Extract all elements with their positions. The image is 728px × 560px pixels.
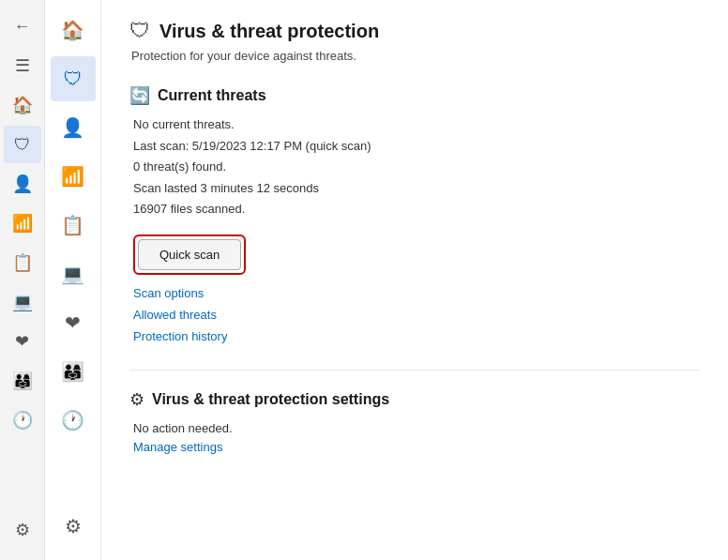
protection-history-link[interactable]: Protection history	[133, 329, 700, 343]
virus-settings-title: Virus & threat protection settings	[152, 391, 389, 408]
sidebar-item-firewall[interactable]: 📶	[51, 154, 96, 199]
last-scan-text: Last scan: 5/19/2023 12:17 PM (quick sca…	[133, 137, 700, 156]
page-header-icon: 🛡	[129, 19, 150, 43]
sidebar-settings-icon[interactable]: ⚙	[51, 504, 96, 549]
virus-settings-section: ⚙ Virus & threat protection settings No …	[129, 389, 700, 455]
app-health-icon[interactable]: ❤	[4, 323, 41, 360]
app-back-button[interactable]: ←	[4, 8, 41, 45]
page-subtitle: Protection for your device against threa…	[129, 49, 700, 63]
sidebar-item-account[interactable]: 👤	[51, 105, 96, 150]
files-scanned-text: 16907 files scanned.	[133, 200, 700, 219]
current-threats-section: 🔄 Current threats No current threats. La…	[129, 85, 700, 343]
app-menu-button[interactable]: ☰	[4, 47, 41, 84]
sidebar-item-family[interactable]: 👨‍👩‍👧	[51, 349, 96, 394]
sidebar-item-history[interactable]: 🕐	[51, 398, 96, 443]
virus-settings-body: No action needed. Manage settings	[129, 419, 700, 455]
sidebar-item-health[interactable]: ❤	[51, 300, 96, 345]
no-threats-text: No current threats.	[133, 115, 700, 134]
quick-scan-highlight: Quick scan	[133, 235, 246, 275]
app-shield-icon[interactable]: 🛡	[4, 126, 41, 163]
current-threats-body: No current threats. Last scan: 5/19/2023…	[129, 115, 700, 343]
scan-duration-text: Scan lasted 3 minutes 12 seconds	[133, 179, 700, 198]
app-account-icon[interactable]: 👤	[4, 165, 41, 203]
current-threats-title: Current threats	[158, 87, 266, 104]
sidebar-item-app-browser[interactable]: 📋	[51, 203, 96, 248]
allowed-threats-link[interactable]: Allowed threats	[133, 308, 700, 322]
sidebar-item-home[interactable]: 🏠	[51, 8, 96, 53]
app-network-icon[interactable]: 📶	[4, 204, 41, 242]
main-content: 🛡 Virus & threat protection Protection f…	[101, 0, 728, 560]
section-divider	[129, 370, 700, 371]
no-action-text: No action needed.	[133, 419, 700, 438]
quick-scan-button[interactable]: Quick scan	[138, 239, 241, 270]
app-home-icon[interactable]: 🏠	[4, 86, 41, 124]
app-history-icon[interactable]: 🕐	[4, 401, 41, 439]
sidebar-item-virus[interactable]: 🛡	[51, 56, 96, 101]
current-threats-icon: 🔄	[129, 85, 150, 106]
app-apps-icon[interactable]: 📋	[4, 244, 41, 281]
security-sidebar: 🏠 🛡 👤 📶 📋 💻 ❤ 👨‍👩‍👧 🕐 ⚙	[45, 0, 101, 560]
page-header: 🛡 Virus & threat protection	[129, 19, 700, 43]
scan-options-link[interactable]: Scan options	[133, 286, 700, 300]
app-device-icon[interactable]: 💻	[4, 283, 41, 321]
sidebar-item-device[interactable]: 💻	[51, 251, 96, 296]
current-threats-header: 🔄 Current threats	[129, 85, 700, 106]
virus-settings-icon: ⚙	[129, 389, 144, 410]
virus-settings-header: ⚙ Virus & threat protection settings	[129, 389, 700, 410]
page-title: Virus & threat protection	[159, 21, 379, 42]
manage-settings-link[interactable]: Manage settings	[133, 440, 700, 454]
app-strip: ← ☰ 🏠 🛡 👤 📶 📋 💻 ❤ 👨‍👩‍👧 🕐 ⚙	[0, 0, 45, 560]
app-settings-icon[interactable]: ⚙	[4, 511, 41, 549]
app-family-icon[interactable]: 👨‍👩‍👧	[4, 362, 41, 400]
threats-found-text: 0 threat(s) found.	[133, 158, 700, 176]
